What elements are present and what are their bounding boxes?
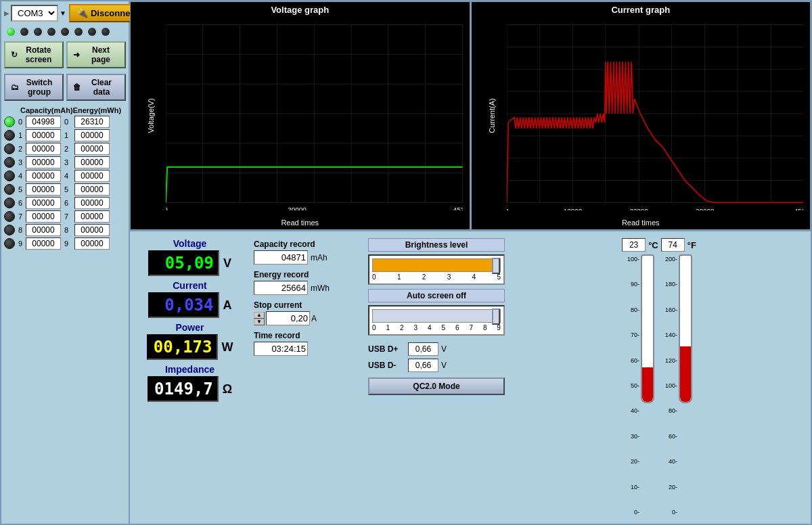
capacity-input-4[interactable] [26,170,61,182]
impedance-section: Impedance 0149,7 Ω [137,364,243,402]
brightness-scale: 0 1 2 3 4 5 [372,273,501,281]
voltage-section: Voltage 05,09 V [137,238,243,276]
current-graph-title: Current graph [472,5,811,15]
brightness-group: Brightness level 0 1 2 3 4 5 [368,238,505,285]
power-display: 00,173 [147,334,218,360]
capacity-input-3[interactable] [26,156,61,168]
fahrenheit-fill [680,346,691,402]
brightness-label: Brightness level [368,238,505,252]
voltage-xlabel: Read times [281,219,319,227]
current-section: Current 0,034 A [137,280,243,318]
switch-group-button[interactable]: 🗂 Switch group [4,74,64,101]
stop-current-label: Stop current [254,300,357,310]
fahrenheit-tube [679,254,692,403]
brightness-slider-thumb[interactable] [492,258,500,274]
capacity-record-input[interactable] [254,250,308,265]
com-row: ▶ COM3 ▼ 🔌 Disconnect [4,4,126,22]
usb-dp-unit: V [441,344,447,354]
energy-input-0[interactable] [74,116,110,128]
auto-slider-thumb[interactable] [492,309,500,325]
switch-icon: 🗂 [11,83,19,92]
usb-dm-input[interactable] [408,359,438,372]
usb-dm-label: USB D- [368,361,405,370]
energy-input-8[interactable] [74,224,110,236]
usb-dp-input[interactable] [408,342,438,356]
capacity-input-2[interactable] [26,143,61,155]
auto-screen-off-label: Auto screen off [368,289,505,302]
table-row: 3 3 [4,156,126,168]
fahrenheit-input[interactable] [661,238,685,252]
com-port-select[interactable]: COM3 [11,5,58,22]
rotate-screen-button[interactable]: ↻ Rotate screen [4,41,64,68]
celsius-scale-labels: 100- 90- 80- 70- 60- 50- 40- 30- 20- 10-… [626,254,639,517]
rotate-label: Rotate screen [20,45,57,64]
energy-input-9[interactable] [74,237,110,250]
voltage-graph: Voltage graph Voltage(V) Read times [130,1,471,230]
energy-input-3[interactable] [74,156,110,168]
voltage-display: 05,09 [148,250,219,276]
channel-dot-4 [4,170,15,181]
current-xlabel: Read times [622,219,660,227]
svg-text:0: 0 [507,207,509,210]
energy-input-6[interactable] [74,197,110,209]
auto-scale: 0 1 2 3 4 5 6 7 8 9 [372,324,501,332]
svg-text:45236: 45236 [453,206,463,210]
auto-slider-container: 0 1 2 3 4 5 6 7 8 9 [368,305,505,336]
energy-input-7[interactable] [74,210,110,223]
measurements-panel: Voltage 05,09 V Current 0,034 A Power [134,235,246,520]
celsius-input[interactable] [622,238,646,252]
svg-text:10000: 10000 [563,207,582,210]
fahrenheit-thermometer: 200- 180- 160- 140- 120- 100- 80- 60- 40… [662,254,692,517]
capacity-input-1[interactable] [26,129,61,141]
switch-group-label: Switch group [22,78,57,97]
capacity-input-8[interactable] [26,224,61,236]
stop-current-group: Stop current ▲ ▼ A [254,300,357,325]
capacity-input-6[interactable] [26,197,61,209]
disconnect-icon: 🔌 [77,8,88,18]
dot-4 [61,28,69,36]
energy-input-2[interactable] [74,143,110,155]
capacity-input-7[interactable] [26,210,61,223]
channel-dot-1 [4,130,15,141]
next-page-button[interactable]: ➜ Next page [66,41,126,68]
table-row: 8 8 [4,224,126,236]
time-record-input[interactable] [254,342,308,356]
capacity-input-0[interactable] [26,116,61,128]
thermometers-row: 100- 90- 80- 70- 60- 50- 40- 30- 20- 10-… [514,254,804,517]
next-page-label: Next page [83,45,119,64]
svg-text:0: 0 [166,206,168,210]
table-row: 7 7 [4,210,126,223]
clear-icon: 🗑 [73,83,81,92]
table-row: 1 1 [4,129,126,141]
capacity-table: 0 0 1 1 2 2 3 [4,116,126,251]
celsius-tube [641,254,654,403]
stop-current-down[interactable]: ▼ [254,319,265,325]
voltage-graph-svg: 25,00 20,00 15,00 10,00 5,00 0,00 0 2000… [166,17,463,210]
current-unit: A [223,298,232,313]
svg-text:45228: 45228 [794,207,803,210]
stop-current-up[interactable]: ▲ [254,312,265,319]
thermo-header: °C °F [514,238,804,252]
qc-mode-button[interactable]: QC2.0 Mode [368,378,505,395]
next-page-icon: ➜ [73,50,80,60]
energy-input-5[interactable] [74,183,110,196]
celsius-thermometer: 100- 90- 80- 70- 60- 50- 40- 30- 20- 10-… [626,254,654,517]
current-display: 0,034 [148,292,219,318]
thermometer-panel: °C °F 100- 90- 80- 70- 60- 50- [512,235,807,520]
energy-record-input[interactable] [254,281,308,295]
energy-input-4[interactable] [74,170,110,182]
voltage-label: Voltage [173,238,207,249]
energy-input-1[interactable] [74,129,110,141]
capacity-input-9[interactable] [26,237,61,250]
clear-data-button[interactable]: 🗑 Clear data [66,74,126,101]
time-record-group: Time record [254,331,357,356]
bottom-panel: Voltage 05,09 V Current 0,034 A Power [130,231,811,524]
energy-record-unit: mWh [311,283,330,293]
rotate-icon: ↻ [11,50,18,60]
dot-7 [102,28,110,36]
stop-current-unit: A [311,314,317,323]
stop-current-input[interactable] [266,311,310,325]
dot-6 [88,28,96,36]
brightness-panel: Brightness level 0 1 2 3 4 5 [365,235,508,520]
capacity-input-5[interactable] [26,183,61,196]
